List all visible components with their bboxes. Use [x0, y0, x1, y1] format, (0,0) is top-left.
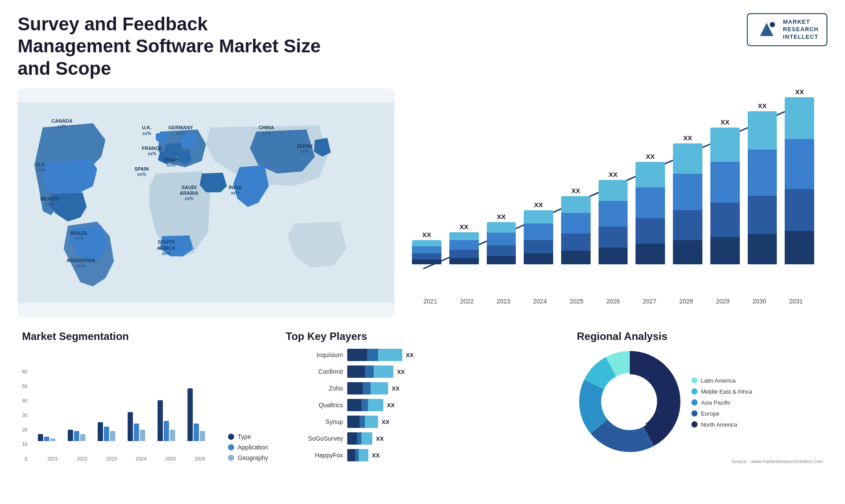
header: Survey and Feedback Management Software …	[18, 13, 827, 80]
bar-seg-1	[710, 162, 740, 203]
player-name-confirmit: Confirmit	[286, 368, 343, 375]
legend-dot-geo	[228, 455, 234, 461]
seg-x-labels: 202120222023202420252026	[38, 456, 215, 461]
player-name-synup: Synup	[286, 418, 343, 425]
bar-year-label-2027: 2027	[632, 298, 668, 305]
bar-seg-3	[524, 253, 553, 264]
regional-legend: Latin AmericaMiddle East & AfricaAsia Pa…	[691, 377, 752, 428]
seg-bar-group-2022	[68, 430, 95, 442]
player-bar-seg-1	[367, 349, 378, 361]
bar-seg-1	[449, 240, 479, 250]
player-row-inquisium: InquisiumXX	[286, 349, 559, 361]
bar-year-label-2030: 2030	[741, 298, 778, 305]
player-bar-seg-0	[347, 399, 361, 411]
seg-bar-app-2025	[164, 421, 169, 442]
player-bar-inner-synup	[347, 416, 378, 428]
bar-seg-1	[636, 187, 665, 218]
world-map-svg	[18, 88, 394, 317]
player-bar-seg-2	[378, 349, 402, 361]
bar-group-2025: XX	[561, 187, 591, 265]
regional-label: Middle East & Africa	[701, 388, 752, 395]
player-value-inquisium: XX	[406, 352, 413, 358]
page-title: Survey and Feedback Management Software …	[18, 13, 326, 80]
player-bar-seg-1	[363, 382, 371, 394]
bar-seg-0	[710, 128, 740, 162]
player-row-qualtrics: QualtricsXX	[286, 399, 559, 411]
bar-seg-3	[748, 234, 777, 265]
bar-seg-2	[412, 253, 441, 259]
bar-seg-1	[412, 246, 441, 253]
player-bar-seg-1	[355, 449, 359, 461]
player-bar-seg-1	[360, 416, 365, 428]
bar-seg-2	[449, 250, 479, 258]
seg-bar-app-2023	[104, 427, 109, 441]
map-label-canada: CANADAxx%	[51, 118, 73, 129]
player-bar-seg-2	[359, 449, 368, 461]
bar-seg-2	[673, 210, 702, 241]
player-bar-inner-zoho	[347, 382, 388, 394]
bar-year-label-2031: 2031	[778, 298, 814, 305]
map-label-germany: GERMANYxx%	[168, 125, 193, 136]
bottom-section: Market Segmentation 60 50 40 30 20 10 0	[18, 326, 827, 484]
player-bar-outer-qualtrics: XX	[347, 399, 559, 411]
bar-group-2024: XX	[524, 201, 553, 265]
bar-group-2030: XX	[748, 102, 777, 264]
regional-legend-item-asia-pacific: Asia Pacific	[691, 399, 752, 406]
seg-bar-group-2021	[38, 434, 65, 442]
bar-value-2030: XX	[758, 102, 767, 110]
bar-seg-0	[785, 97, 814, 139]
bar-stack-2028	[673, 143, 702, 264]
map-label-china: CHINAxx%	[259, 125, 274, 136]
bar-seg-3	[636, 244, 665, 264]
player-bar-seg-0	[347, 349, 367, 361]
player-row-sogosurvey: SoGoSurveyXX	[286, 432, 559, 445]
bar-value-2027: XX	[646, 153, 655, 160]
bar-seg-2	[487, 245, 516, 256]
player-row-happyfox: HappyFoxXX	[286, 449, 559, 461]
bar-stack-2027	[636, 162, 665, 264]
bar-seg-0	[673, 143, 702, 174]
donut-chart	[577, 349, 683, 456]
bar-value-2025: XX	[571, 187, 580, 194]
map-label-uk: U.K.xx%	[142, 125, 152, 136]
bar-stack-2029	[710, 128, 740, 264]
bar-chart-container: XXXXXXXXXXXXXXXXXXXXXX 20212022202320242…	[403, 88, 827, 317]
bar-seg-3	[487, 256, 516, 264]
legend-label-app: Application	[238, 444, 268, 451]
player-row-confirmit: ConfirmitXX	[286, 365, 559, 378]
bar-seg-3	[561, 251, 591, 264]
player-bar-inner-confirmit	[347, 365, 393, 378]
bar-group-2023: XX	[487, 213, 516, 264]
seg-x-label-2023: 2023	[106, 456, 117, 461]
player-bar-outer-happyfox: XX	[347, 449, 559, 461]
seg-bars	[38, 349, 215, 454]
bar-seg-0	[599, 180, 628, 201]
map-label-us: U.S.xx%	[37, 162, 46, 173]
seg-bar-app-2026	[194, 424, 199, 441]
bar-year-label-2028: 2028	[668, 298, 705, 305]
seg-bar-group-2023	[98, 422, 125, 441]
player-value-qualtrics: XX	[387, 402, 394, 409]
seg-bar-geo-2022	[80, 434, 85, 442]
player-bar-seg-0	[347, 365, 365, 378]
seg-chart-area: 60 50 40 30 20 10 0 20212022202320242025…	[22, 349, 268, 461]
player-bar-seg-0	[347, 382, 363, 394]
bar-seg-2	[599, 226, 628, 248]
bar-seg-1	[785, 139, 814, 189]
bar-group-2026: XX	[599, 171, 628, 264]
map-label-saudi: SAUDIARABIAxx%	[180, 185, 198, 201]
seg-bar-group-2024	[128, 412, 155, 442]
logo-icon	[756, 18, 778, 40]
legend-label-type: Type	[238, 433, 251, 440]
regional-legend-item-latin-america: Latin America	[691, 377, 752, 384]
bar-seg-0	[487, 222, 516, 233]
bar-seg-1	[487, 233, 516, 245]
player-bar-inner-sogosurvey	[347, 432, 372, 445]
bar-seg-1	[748, 150, 777, 195]
seg-bar-type-2021	[38, 434, 43, 442]
regional-legend-item-north-america: North America	[691, 421, 752, 428]
svg-point-2	[770, 22, 775, 27]
bar-group-2022: XX	[449, 223, 479, 264]
player-bar-seg-2	[374, 365, 393, 378]
bar-seg-0	[412, 240, 441, 246]
